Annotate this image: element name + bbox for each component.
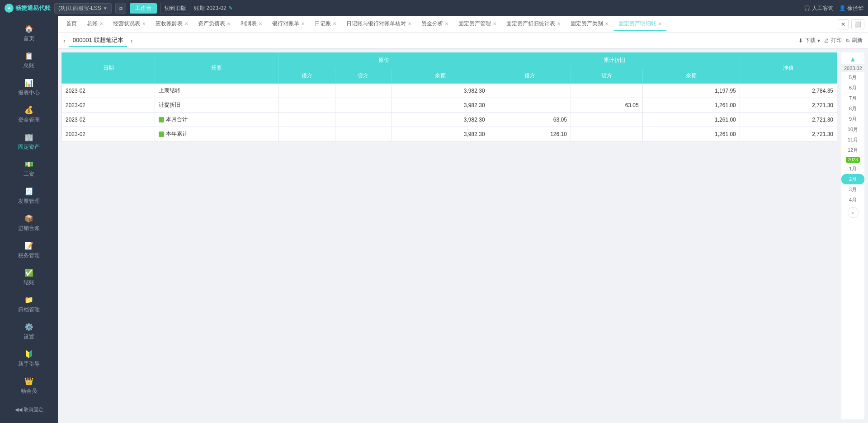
tab-fixed-detail-close[interactable]: ✕ [658,21,662,26]
sidebar-item-sales[interactable]: 📦 进销台账 [0,210,58,237]
tab-ledger-label: 总账 [87,20,98,28]
subnav-next-button[interactable]: › [131,37,133,44]
timeline-month-3[interactable]: 3月 [841,184,864,195]
tab-fund-analysis-close[interactable]: ✕ [445,21,448,26]
tab-operating-close[interactable]: ✕ [142,21,146,26]
tab-ledger-close[interactable]: ✕ [99,21,103,26]
sidebar-item-reports[interactable]: 📊 报表中心 [0,74,58,101]
tab-fixed-mgmt[interactable]: 固定资产管理 ✕ [454,17,501,31]
timeline-month-9[interactable]: 9月 [841,114,864,124]
subnav-prev-button[interactable]: ‹ [63,37,66,44]
cell-net-value: 2,721.30 [740,98,837,113]
service-label: 人工客询 [812,5,834,12]
tab-fixed-detail[interactable]: 固定资产明细账 ✕ [614,17,666,31]
cell-acc-debit: 63.05 [489,113,571,127]
sidebar-bottom: ◀◀ 取消固定 [12,400,46,419]
col-subheader-orig-debit: 借方 [278,68,335,84]
tab-receivable[interactable]: 应收账龄表 ✕ [151,17,193,31]
tab-fixed-category[interactable]: 固定资产类别 ✕ [566,17,613,31]
tab-journal-close[interactable]: ✕ [333,21,336,26]
timeline-month-11[interactable]: 11月 [841,135,864,145]
tab-ledger[interactable]: 总账 ✕ [82,17,108,31]
workbench-button[interactable]: 工作台 [130,3,157,14]
print-button[interactable]: 🖨 打印 [824,37,842,44]
tab-fund-analysis[interactable]: 资金分析 ✕ [417,17,453,31]
switch-version-button[interactable]: 切到旧版 [160,3,190,14]
timeline-month-5[interactable]: 5月 [841,72,864,83]
tab-home[interactable]: 首页 [61,17,81,31]
home-icon: 🏠 [24,24,33,33]
tab-bank-statement[interactable]: 银行对账单 ✕ [268,17,309,31]
tab-profit[interactable]: 利润表 ✕ [236,17,267,31]
timeline-month-8[interactable]: 8月 [841,103,864,114]
sidebar-item-fixed-assets[interactable]: 🏢 固定资产 [0,128,58,155]
table-main: 日期 摘要 原值 累计折旧 净值 借方 贷方 余额 借方 [61,52,837,419]
timeline-month-6[interactable]: 6月 [841,83,864,93]
timeline-month-10[interactable]: 10月 [841,124,864,135]
salary-icon: 💵 [24,160,33,169]
timeline-month-4[interactable]: 4月 [841,195,864,205]
col-header-original-value: 原值 [278,53,489,68]
invoice-icon: 🧾 [24,187,33,196]
tab-balance-close[interactable]: ✕ [227,21,231,26]
row-badge-icon [159,117,164,122]
sidebar-item-guide[interactable]: 🔰 新手引导 [0,345,58,372]
col-subheader-acc-credit: 贷方 [571,68,642,84]
company-selector[interactable]: (劝)江西服宝-LSS ▼ [54,3,112,14]
cell-orig-credit [335,84,392,98]
timeline-month-12[interactable]: 12月 [841,145,864,155]
user-menu[interactable]: 👤 徐泾华 [839,5,863,12]
sidebar-item-member[interactable]: 👑 畅会员 [0,372,58,400]
tab-balance[interactable]: 资产负债表 ✕ [193,17,235,31]
pin-icon: ◀◀ [15,407,22,413]
tab-expand-button[interactable]: ⬜ [851,19,864,29]
sidebar-item-label: 新手引导 [18,360,40,368]
tab-fixed-mgmt-close[interactable]: ✕ [493,21,496,26]
copy-button[interactable]: ⧉ [115,3,126,14]
service-button[interactable]: 🎧 人工客询 [804,5,834,12]
tab-receivable-close[interactable]: ✕ [184,21,188,26]
topbar: ✦ 畅捷通易代账 (劝)江西服宝-LSS ▼ ⧉ 工作台 切到旧版 账期 202… [0,0,868,16]
sidebar-item-funds[interactable]: 💰 资金管理 [0,101,58,128]
pin-sidebar-button[interactable]: ◀◀ 取消固定 [12,404,46,416]
timeline-month-7[interactable]: 7月 [841,93,864,103]
asset-name-tab[interactable]: 000001 联想笔记本 [69,34,127,47]
timeline-month-1[interactable]: 1月 [841,164,864,174]
sidebar: 🏠 首页 📋 总账 📊 报表中心 💰 资金管理 🏢 固定资产 💵 工资 🧾 发票… [0,16,58,423]
tab-bank-statement-close[interactable]: ✕ [301,21,305,26]
refresh-button[interactable]: ↻ 刷新 [845,37,863,44]
user-name: 徐泾华 [847,5,863,12]
cell-acc-balance: 1,261.00 [642,127,740,141]
tab-depreciation-stats-close[interactable]: ✕ [557,21,561,26]
tab-journal-bank-close[interactable]: ✕ [408,21,411,26]
tab-journal-bank-label: 日记账与银行对账单核对 [346,20,406,28]
tab-fixed-category-close[interactable]: ✕ [605,21,609,26]
timeline-more-button[interactable]: ● [848,207,859,218]
sidebar-item-settlement[interactable]: ✅ 结账 [0,264,58,291]
more-icon: ● [851,210,854,215]
period-edit-icon[interactable]: ✎ [228,5,233,11]
tab-profit-close[interactable]: ✕ [259,21,262,26]
sidebar-item-invoice[interactable]: 🧾 发票管理 [0,183,58,210]
tab-operating[interactable]: 经营状况表 ✕ [108,17,150,31]
cell-orig-debit [278,113,335,127]
sidebar-item-archive[interactable]: 📁 归档管理 [0,291,58,318]
download-icon: ⬇ [798,38,803,44]
sidebar-item-tax[interactable]: 📝 税务管理 [0,237,58,264]
sales-icon: 📦 [24,214,33,223]
tab-journal-bank[interactable]: 日记账与银行对账单核对 ✕ [342,17,416,31]
download-button[interactable]: ⬇ 下载 ▾ [798,37,820,44]
funds-icon: 💰 [24,106,33,114]
col-subheader-acc-balance: 余额 [642,68,740,84]
sidebar-item-salary[interactable]: 💵 工资 [0,155,58,183]
timeline-month-2[interactable]: 2月 [841,174,864,184]
cell-orig-balance: 3,982.30 [392,98,489,113]
tab-journal[interactable]: 日记账 ✕ [310,17,341,31]
sidebar-item-settings[interactable]: ⚙️ 设置 [0,318,58,345]
tab-close-all-button[interactable]: ✕ [838,19,849,29]
tabbar: 首页 总账 ✕ 经营状况表 ✕ 应收账龄表 ✕ 资产负债表 ✕ 利润表 ✕ [58,16,868,33]
sidebar-item-home[interactable]: 🏠 首页 [0,20,58,47]
sidebar-item-ledger[interactable]: 📋 总账 [0,47,58,74]
timeline-scroll-up[interactable]: ▲ [849,54,858,64]
tab-depreciation-stats[interactable]: 固定资产折旧统计表 ✕ [502,17,565,31]
